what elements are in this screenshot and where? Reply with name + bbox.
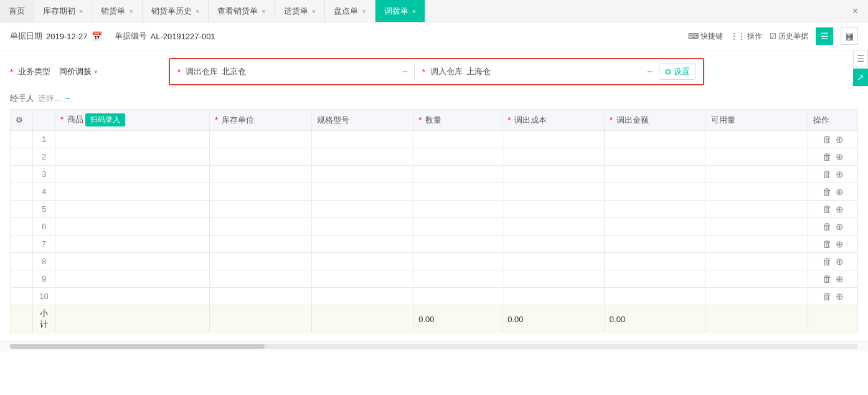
row-qty[interactable] <box>413 236 502 253</box>
row-spec[interactable] <box>311 148 413 166</box>
row-product[interactable] <box>55 131 210 148</box>
col-settings-header[interactable]: ⚙ <box>11 110 33 131</box>
row-product[interactable] <box>55 166 210 183</box>
row-cost[interactable] <box>502 183 605 201</box>
row-qty[interactable] <box>413 131 502 148</box>
handler-more-button[interactable]: ··· <box>65 93 69 104</box>
row-amount[interactable] <box>604 218 706 236</box>
row-avail[interactable] <box>706 236 808 253</box>
row-unit[interactable] <box>210 236 312 253</box>
row-qty[interactable] <box>413 218 502 236</box>
tab-close-transfer[interactable]: × <box>412 7 416 15</box>
copy-icon[interactable]: ⊕ <box>836 134 844 145</box>
row-unit[interactable] <box>210 148 312 166</box>
doc-date-value[interactable]: 2019-12-27 <box>46 32 88 41</box>
delete-icon[interactable]: 🗑 <box>823 151 832 162</box>
row-avail[interactable] <box>706 183 808 201</box>
row-amount[interactable] <box>604 148 706 166</box>
delete-icon[interactable]: 🗑 <box>823 134 832 145</box>
row-spec[interactable] <box>311 270 413 288</box>
layout-btn-2[interactable]: ▦ <box>841 27 858 45</box>
row-product[interactable] <box>55 288 210 305</box>
row-cost[interactable] <box>502 218 605 236</box>
row-amount[interactable] <box>604 270 706 288</box>
copy-icon[interactable]: ⊕ <box>836 151 844 163</box>
tab-purchase[interactable]: 进货单 × <box>275 0 325 22</box>
row-unit[interactable] <box>210 201 312 218</box>
row-cost[interactable] <box>502 253 605 270</box>
row-unit[interactable] <box>210 218 312 236</box>
row-product[interactable] <box>55 253 210 270</box>
tab-view-sales[interactable]: 查看销货单 × <box>209 0 275 22</box>
row-cost[interactable] <box>502 236 605 253</box>
tab-sales-order[interactable]: 销货单 × <box>92 0 142 22</box>
row-qty[interactable] <box>413 166 502 183</box>
row-cost[interactable] <box>502 270 605 288</box>
row-unit[interactable] <box>210 183 312 201</box>
delete-icon[interactable]: 🗑 <box>823 186 832 197</box>
row-product[interactable] <box>55 148 210 166</box>
setting-button[interactable]: ⚙ 设置 <box>659 64 696 80</box>
copy-icon[interactable]: ⊕ <box>836 274 844 285</box>
row-amount[interactable] <box>604 236 706 253</box>
delete-icon[interactable]: 🗑 <box>823 291 832 302</box>
row-unit[interactable] <box>210 131 312 148</box>
side-expand-button[interactable]: ↗ <box>853 69 868 86</box>
tab-inventory-check[interactable]: 盘点单 × <box>325 0 375 22</box>
tab-transfer[interactable]: 调拨单 × <box>375 0 425 22</box>
row-product[interactable] <box>55 183 210 201</box>
delete-icon[interactable]: 🗑 <box>823 221 832 232</box>
business-type-select[interactable]: 同价调拨 ▾ <box>54 64 154 79</box>
warehouse-in-more-button[interactable]: ··· <box>647 66 651 77</box>
warehouse-out-more-button[interactable]: ··· <box>402 66 407 77</box>
row-unit[interactable] <box>210 166 312 183</box>
history-button[interactable]: ☑ 历史单据 <box>770 31 808 42</box>
warehouse-in-value[interactable]: 上海仓 <box>466 66 491 77</box>
side-list-button[interactable]: ☰ <box>853 50 868 67</box>
row-qty[interactable] <box>413 183 502 201</box>
row-product[interactable] <box>55 236 210 253</box>
tab-close-inventory-check[interactable]: × <box>362 7 366 15</box>
delete-icon[interactable]: 🗑 <box>823 274 832 284</box>
tab-close-sales-order[interactable]: × <box>129 7 133 15</box>
row-unit[interactable] <box>210 288 312 305</box>
row-avail[interactable] <box>706 253 808 270</box>
copy-icon[interactable]: ⊕ <box>836 291 844 302</box>
delete-icon[interactable]: 🗑 <box>823 239 832 249</box>
row-avail[interactable] <box>706 288 808 305</box>
copy-icon[interactable]: ⊕ <box>836 169 844 180</box>
horizontal-scrollbar[interactable] <box>10 344 858 349</box>
row-qty[interactable] <box>413 253 502 270</box>
row-spec[interactable] <box>311 288 413 305</box>
row-spec[interactable] <box>311 183 413 201</box>
row-avail[interactable] <box>706 218 808 236</box>
copy-icon[interactable]: ⊕ <box>836 221 844 232</box>
row-cost[interactable] <box>502 166 605 183</box>
tab-close-inventory-init[interactable]: × <box>79 7 83 15</box>
delete-icon[interactable]: 🗑 <box>823 256 832 267</box>
scan-input-button[interactable]: 扫码录入 <box>85 113 125 126</box>
window-close-button[interactable]: × <box>847 3 863 19</box>
row-spec[interactable] <box>311 253 413 270</box>
row-amount[interactable] <box>604 253 706 270</box>
row-spec[interactable] <box>311 236 413 253</box>
row-product[interactable] <box>55 270 210 288</box>
row-unit[interactable] <box>210 253 312 270</box>
copy-icon[interactable]: ⊕ <box>836 256 844 267</box>
row-spec[interactable] <box>311 201 413 218</box>
tab-inventory-init[interactable]: 库存期初 × <box>34 0 92 22</box>
row-product[interactable] <box>55 218 210 236</box>
row-qty[interactable] <box>413 288 502 305</box>
row-spec[interactable] <box>311 166 413 183</box>
delete-icon[interactable]: 🗑 <box>823 169 832 179</box>
copy-icon[interactable]: ⊕ <box>836 204 844 215</box>
tab-sales-history[interactable]: 销货单历史 × <box>143 0 209 22</box>
doc-no-value[interactable]: AL-20191227-001 <box>151 32 215 41</box>
calendar-icon[interactable]: 📅 <box>92 31 102 41</box>
row-cost[interactable] <box>502 131 605 148</box>
row-cost[interactable] <box>502 288 605 305</box>
tab-close-sales-history[interactable]: × <box>196 7 199 15</box>
row-amount[interactable] <box>604 201 706 218</box>
row-avail[interactable] <box>706 270 808 288</box>
row-qty[interactable] <box>413 201 502 218</box>
